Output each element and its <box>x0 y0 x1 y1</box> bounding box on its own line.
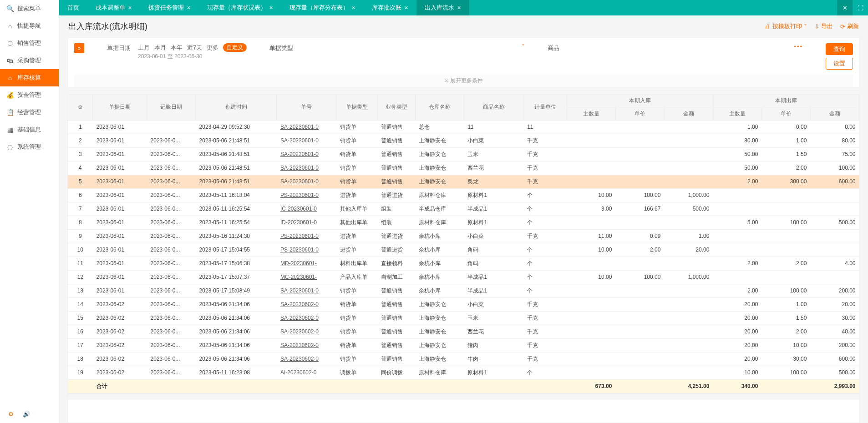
col-doc-type[interactable]: 单据类型 <box>336 95 377 120</box>
table-row[interactable]: 42023-06-012023-06-0...2023-05-06 21:48:… <box>68 161 859 175</box>
table-row[interactable]: 112023-06-012023-06-0...2023-05-17 15:06… <box>68 257 859 270</box>
doc-no-link[interactable]: SA-20230601-0 <box>280 124 319 130</box>
date-opt-2[interactable]: 本年 <box>171 44 183 52</box>
filter-doctype-select[interactable]: ˅ <box>300 43 525 50</box>
col-doc-date[interactable]: 单据日期 <box>93 95 147 120</box>
table-row[interactable]: 22023-06-012023-06-0...2023-05-06 21:48:… <box>68 134 859 147</box>
sidebar-item-4[interactable]: ⌂库存核算 <box>0 69 59 86</box>
table-row[interactable]: 162023-06-022023-06-0...2023-05-06 21:34… <box>68 325 859 338</box>
table-row[interactable]: 92023-06-012023-06-0...2023-05-16 11:24:… <box>68 229 859 243</box>
doc-no-link[interactable]: SA-20230601-0 <box>280 178 319 185</box>
table-row[interactable]: 172023-06-022023-06-0...2023-05-06 21:34… <box>68 338 859 352</box>
col-out-group: 本期出库 <box>713 95 859 107</box>
doc-no-link[interactable]: SA-20230602-0 <box>280 328 319 335</box>
doc-no-link[interactable]: MC-20230601- <box>280 274 317 280</box>
table-row[interactable]: 52023-06-012023-06-0...2023-05-06 21:48:… <box>68 175 859 188</box>
print-button[interactable]: 🖨按模板打印 ˅ <box>765 22 807 30</box>
table-row[interactable]: 182023-06-022023-06-0...2023-05-06 21:34… <box>68 352 859 366</box>
tab-0[interactable]: 首页 <box>59 0 87 15</box>
table-row[interactable]: 152023-06-022023-06-0...2023-05-06 21:34… <box>68 311 859 325</box>
doc-no-link[interactable]: SA-20230601-0 <box>280 287 319 294</box>
doc-no-link[interactable]: MD-20230601- <box>280 260 317 267</box>
close-icon[interactable]: ✕ <box>351 5 355 11</box>
doc-no-link[interactable]: PS-20230601-0 <box>280 233 319 239</box>
doc-no-link[interactable]: PS-20230601-0 <box>280 192 319 198</box>
collapse-filter-button[interactable]: » <box>74 43 84 53</box>
close-icon[interactable]: ✕ <box>187 5 191 11</box>
expand-filters-button[interactable]: ≍ 展开更多条件 <box>74 74 853 87</box>
doc-no-link[interactable]: SA-20230601-0 <box>280 151 319 157</box>
refresh-button[interactable]: ⟳刷新 <box>840 22 859 30</box>
date-opt-3[interactable]: 近7天 <box>187 44 202 52</box>
table-row[interactable]: 142023-06-022023-06-0...2023-05-06 21:34… <box>68 297 859 311</box>
close-icon[interactable]: ✕ <box>404 5 408 11</box>
columns-config-icon[interactable]: ⚙ <box>78 104 83 111</box>
col-acct-date[interactable]: 记账日期 <box>147 95 196 120</box>
sidebar-icon: ⌂ <box>6 22 14 30</box>
doc-no-link[interactable]: IC-20230601-0 <box>280 206 317 212</box>
tab-6[interactable]: 出入库流水✕ <box>416 0 469 15</box>
col-in-price[interactable]: 单价 <box>615 107 664 120</box>
horizontal-scrollbar[interactable] <box>68 393 859 400</box>
doc-no-link[interactable]: AI-20230602-0 <box>280 369 316 376</box>
settings-button[interactable]: 设置 <box>826 58 853 70</box>
tab-2[interactable]: 拣货任务管理✕ <box>140 0 199 15</box>
doc-no-link[interactable]: SA-20230602-0 <box>280 315 319 321</box>
doc-no-link[interactable]: SA-20230602-0 <box>280 342 319 348</box>
table-row[interactable]: 192023-06-022023-06-0...2023-05-11 16:23… <box>68 366 859 379</box>
sidebar-item-6[interactable]: 📋经营管理 <box>0 104 59 121</box>
filter-product-select[interactable]: ••• <box>579 43 803 50</box>
print-icon: 🖨 <box>765 23 771 30</box>
col-doc-no[interactable]: 单号 <box>277 95 336 120</box>
table-row[interactable]: 32023-06-012023-06-0...2023-05-06 21:48:… <box>68 147 859 161</box>
export-button[interactable]: ⇩导出 <box>814 22 833 30</box>
sidebar-item-3[interactable]: 🛍采购管理 <box>0 52 59 69</box>
settings-icon[interactable]: ⚙ <box>8 411 14 418</box>
table-row[interactable]: 82023-06-012023-06-0...2023-05-11 16:25:… <box>68 216 859 229</box>
table-row[interactable]: 12023-06-012023-04-29 09:52:30SA-2023060… <box>68 120 859 134</box>
doc-no-link[interactable]: PS-20230601-0 <box>280 247 319 253</box>
col-out-qty[interactable]: 主数量 <box>713 107 761 120</box>
tab-3[interactable]: 现存量（库存状况表）✕ <box>199 0 281 15</box>
date-opt-1[interactable]: 本月 <box>154 44 166 52</box>
doc-no-link[interactable]: SA-20230602-0 <box>280 356 319 362</box>
tab-1[interactable]: 成本调整单✕ <box>87 0 140 15</box>
doc-no-link[interactable]: SA-20230602-0 <box>280 301 319 307</box>
sound-icon[interactable]: 🔊 <box>23 411 30 418</box>
table-row[interactable]: 62023-06-012023-06-0...2023-05-11 16:18:… <box>68 188 859 202</box>
col-in-qty[interactable]: 主数量 <box>567 107 615 120</box>
col-warehouse[interactable]: 仓库名称 <box>415 95 464 120</box>
query-button[interactable]: 查询 <box>826 43 853 55</box>
col-out-price[interactable]: 单价 <box>761 107 810 120</box>
close-icon[interactable]: ✕ <box>269 5 273 11</box>
sidebar-item-5[interactable]: 💰资金管理 <box>0 86 59 104</box>
doc-no-link[interactable]: SA-20230601-0 <box>280 165 319 171</box>
date-opt-custom[interactable]: 自定义 <box>223 43 247 52</box>
table-row[interactable]: 132023-06-012023-06-0...2023-05-17 15:08… <box>68 284 859 297</box>
sidebar-item-2[interactable]: ⬡销售管理 <box>0 35 59 52</box>
doc-no-link[interactable]: SA-20230601-0 <box>280 137 319 144</box>
close-all-tabs-button[interactable]: ✕ <box>837 0 853 15</box>
date-opt-4[interactable]: 更多 <box>207 44 218 52</box>
sidebar-item-1[interactable]: ⌂快捷导航 <box>0 17 59 35</box>
sidebar-item-0[interactable]: 🔍搜索菜单 <box>0 0 59 17</box>
more-icon[interactable]: ••• <box>794 43 803 50</box>
col-biz-type[interactable]: 业务类型 <box>377 95 415 120</box>
table-row[interactable]: 122023-06-012023-06-0...2023-05-17 15:07… <box>68 270 859 284</box>
col-out-amount[interactable]: 金额 <box>810 107 859 120</box>
col-product[interactable]: 商品名称 <box>464 95 523 120</box>
date-opt-0[interactable]: 上月 <box>138 44 150 52</box>
table-row[interactable]: 102023-06-012023-06-0...2023-05-17 15:04… <box>68 243 859 257</box>
tab-4[interactable]: 现存量（库存分布表）✕ <box>281 0 364 15</box>
doc-no-link[interactable]: ID-20230601-0 <box>280 219 317 226</box>
col-create-time[interactable]: 创建时间 <box>196 95 277 120</box>
close-icon[interactable]: ✕ <box>457 5 461 11</box>
sidebar-item-8[interactable]: ◌系统管理 <box>0 138 59 156</box>
fullscreen-button[interactable]: ⛶ <box>853 0 868 15</box>
col-in-amount[interactable]: 金额 <box>664 107 713 120</box>
close-icon[interactable]: ✕ <box>128 5 132 11</box>
table-row[interactable]: 72023-06-012023-06-0...2023-05-11 16:25:… <box>68 202 859 216</box>
sidebar-item-7[interactable]: ▦基础信息 <box>0 121 59 138</box>
tab-5[interactable]: 库存批次账✕ <box>364 0 416 15</box>
col-uom[interactable]: 计量单位 <box>523 95 567 120</box>
